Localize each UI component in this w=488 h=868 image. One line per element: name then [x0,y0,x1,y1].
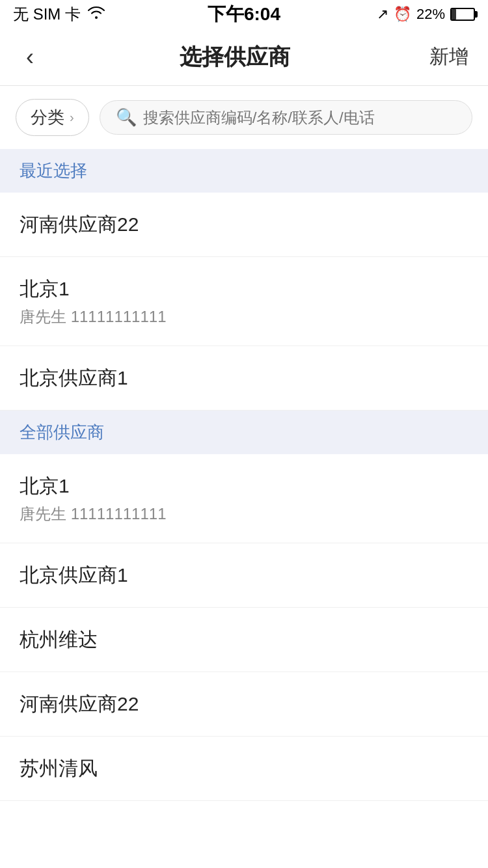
carrier-text: 无 SIM 卡 [13,4,81,25]
item-name: 北京1 [20,275,468,303]
location-icon: ↗ [377,6,388,23]
list-item[interactable]: 杭州维达 [0,608,488,672]
list-item[interactable]: 河南供应商22 [0,672,488,737]
list-item[interactable]: 苏州清风 [0,737,488,801]
recent-section-title: 最近选择 [20,161,87,180]
all-items-list: 北京1唐先生 11111111111北京供应商1杭州维达河南供应商22苏州清风 [0,454,488,801]
status-right: ↗ ⏰ 22% [377,6,475,23]
alarm-icon: ⏰ [394,6,411,23]
item-name: 河南供应商22 [20,211,468,238]
recent-section-header: 最近选择 [0,149,488,193]
battery-text: 22% [416,6,445,23]
item-sub: 唐先生 11111111111 [20,306,468,327]
list-item[interactable]: 北京1唐先生 11111111111 [0,454,488,543]
back-button[interactable]: ‹ [20,37,40,77]
status-bar: 无 SIM 卡 下午6:04 ↗ ⏰ 22% [0,0,488,29]
filter-bar: 分类 › 🔍 [0,86,488,149]
search-input[interactable] [143,109,456,127]
list-item[interactable]: 北京供应商1 [0,346,488,411]
all-section-header: 全部供应商 [0,411,488,454]
item-name: 杭州维达 [20,626,468,653]
status-time: 下午6:04 [208,2,280,27]
wifi-icon [87,5,105,23]
item-name: 北京1 [20,472,468,500]
search-box[interactable]: 🔍 [100,100,472,135]
item-name: 北京供应商1 [20,562,468,589]
list-item[interactable]: 河南供应商22 [0,193,488,257]
search-icon: 🔍 [116,107,137,128]
item-sub: 唐先生 11111111111 [20,504,468,524]
add-button[interactable]: 新增 [429,44,468,70]
battery-icon [450,8,475,21]
page-title: 选择供应商 [180,42,290,72]
all-section-title: 全部供应商 [20,422,104,442]
category-filter[interactable]: 分类 › [16,99,89,136]
list-item[interactable]: 北京供应商1 [0,543,488,608]
recent-items-list: 河南供应商22北京1唐先生 11111111111北京供应商1 [0,193,488,411]
list-item[interactable]: 北京1唐先生 11111111111 [0,257,488,346]
item-name: 河南供应商22 [20,690,468,718]
nav-bar: ‹ 选择供应商 新增 [0,29,488,86]
chevron-right-icon: › [70,110,74,125]
category-label: 分类 [31,106,64,129]
item-name: 北京供应商1 [20,364,468,392]
status-left: 无 SIM 卡 [13,4,105,25]
item-name: 苏州清风 [20,755,468,782]
